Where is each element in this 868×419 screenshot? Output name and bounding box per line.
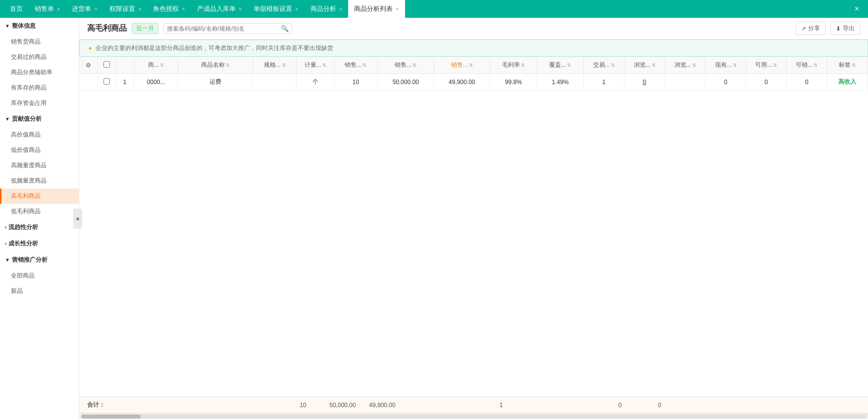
col-spec-label: 规格... bbox=[264, 61, 281, 69]
nav-analysis-list[interactable]: 商品分析列表 × bbox=[348, 0, 405, 18]
nav-template[interactable]: 单据模板设置 × bbox=[248, 0, 304, 18]
nav-home[interactable]: 首页 bbox=[4, 0, 29, 18]
filter-period-button[interactable]: 近一月 bbox=[132, 23, 158, 34]
scroll-thumb[interactable] bbox=[81, 415, 141, 419]
col-current[interactable]: 现有...⇅ bbox=[706, 57, 746, 74]
nav-roles-close[interactable]: × bbox=[182, 6, 185, 12]
nav-products-entry-close[interactable]: × bbox=[239, 6, 242, 12]
export-button[interactable]: ⬇ 导出 bbox=[830, 22, 860, 35]
cell-saleable: 0 bbox=[786, 74, 827, 91]
search-wrap: 🔍 bbox=[163, 23, 292, 34]
sort-icon-browse1: ⇅ bbox=[652, 62, 656, 68]
sidebar-item-high-value[interactable]: 高价值商品 bbox=[0, 127, 79, 142]
sidebar-collapse-button[interactable]: « bbox=[73, 209, 82, 229]
window-close-button[interactable]: × bbox=[850, 4, 864, 13]
nav-template-close[interactable]: × bbox=[295, 6, 298, 12]
sidebar-item-all-goods[interactable]: 全部商品 bbox=[0, 268, 79, 283]
col-code[interactable]: 商...⇅ bbox=[134, 57, 178, 74]
nav-purchase[interactable]: 进货单 × bbox=[66, 0, 103, 18]
select-all-checkbox[interactable] bbox=[103, 61, 110, 68]
col-cover-label: 覆盖... bbox=[549, 61, 566, 69]
nav-analysis-close[interactable]: × bbox=[339, 6, 342, 12]
col-name[interactable]: 商品名称⇅ bbox=[178, 57, 253, 74]
bottom-scrollbar[interactable] bbox=[79, 413, 868, 419]
data-table: ⚙ 商...⇅ 商品名称⇅ 规格...⇅ bbox=[79, 57, 868, 91]
col-saleable[interactable]: 可销...⇅ bbox=[786, 57, 827, 74]
nav-roles[interactable]: 角色授权 × bbox=[147, 0, 191, 18]
sidebar-item-high-freq[interactable]: 高频量度商品 bbox=[0, 158, 79, 173]
sidebar-item-new-goods[interactable]: 新品 bbox=[0, 283, 79, 299]
cell-cover: 1.49% bbox=[537, 74, 584, 91]
cell-sales-amount: 50,000.00 bbox=[378, 74, 434, 91]
nav-permissions-close[interactable]: × bbox=[138, 6, 141, 12]
col-sales-cost-label: 销售... bbox=[451, 61, 468, 69]
nav-analysis-list-close[interactable]: × bbox=[396, 6, 399, 12]
sort-icon-available: ⇅ bbox=[773, 62, 777, 68]
sidebar-item-traded-goods[interactable]: 交易过的商品 bbox=[0, 49, 79, 65]
sidebar-item-sales-goods[interactable]: 销售货商品 bbox=[0, 34, 79, 49]
row-checkbox[interactable] bbox=[103, 78, 110, 85]
col-trade-label: 交易... bbox=[593, 61, 610, 69]
cell-sales-qty: 10 bbox=[334, 74, 377, 91]
col-saleable-label: 可销... bbox=[796, 61, 813, 69]
cell-checkbox[interactable] bbox=[98, 74, 115, 91]
col-trade[interactable]: 交易...⇅ bbox=[584, 57, 624, 74]
sidebar-item-low-freq[interactable]: 低频量度商品 bbox=[0, 173, 79, 188]
sidebar-item-stock-capital[interactable]: 库存资金占用 bbox=[0, 95, 79, 111]
sort-icon-sales-cost: ⇅ bbox=[469, 62, 473, 68]
sort-icon-browse2: ⇅ bbox=[692, 62, 696, 68]
sidebar-item-low-margin[interactable]: 低毛利商品 bbox=[0, 204, 79, 219]
col-tag[interactable]: 标签⇅ bbox=[827, 57, 868, 74]
sidebar-item-analysis-assist[interactable]: 商品分类辅助率 bbox=[0, 65, 79, 80]
arrow-financial: ▼ bbox=[5, 116, 10, 122]
settings-icon[interactable]: ⚙ bbox=[86, 62, 91, 69]
cell-browse1[interactable]: 0 bbox=[624, 74, 665, 91]
col-sales-amount-label: 销售... bbox=[395, 61, 411, 69]
sort-icon-trade: ⇅ bbox=[611, 62, 615, 68]
nav-purchase-close[interactable]: × bbox=[94, 6, 97, 12]
col-cover[interactable]: 覆盖...⇅ bbox=[537, 57, 584, 74]
share-button[interactable]: ↗ 分享 bbox=[796, 22, 825, 35]
cell-trade: 1 bbox=[584, 74, 624, 91]
sidebar-group-growth[interactable]: › 成长性分析 bbox=[0, 235, 79, 252]
sidebar-item-low-value[interactable]: 低价值商品 bbox=[0, 142, 79, 158]
nav-sales[interactable]: 销售单 × bbox=[29, 0, 66, 18]
nav-permissions[interactable]: 权限设置 × bbox=[103, 0, 147, 18]
cell-index: 1 bbox=[115, 74, 134, 91]
sidebar-group-trend[interactable]: › 流趋性分析 bbox=[0, 219, 79, 235]
col-unit-label: 计量... bbox=[305, 61, 321, 69]
cell-available: 0 bbox=[746, 74, 786, 91]
main-layout: ▼ 整体信息 销售货商品 交易过的商品 商品分类辅助率 有库存的商品 库存资金占… bbox=[0, 18, 868, 419]
search-icon[interactable]: 🔍 bbox=[281, 25, 289, 32]
export-icon: ⬇ bbox=[836, 25, 841, 32]
sidebar-group-financial[interactable]: ▼ 贡献值分析 bbox=[0, 111, 79, 127]
browse1-link[interactable]: 0 bbox=[643, 79, 646, 86]
col-checkbox bbox=[98, 57, 115, 74]
sort-icon-saleable: ⇅ bbox=[814, 62, 817, 68]
nav-products-entry[interactable]: 产成品入库单 × bbox=[191, 0, 248, 18]
col-spec[interactable]: 规格...⇅ bbox=[253, 57, 296, 74]
col-unit[interactable]: 计量...⇅ bbox=[297, 57, 334, 74]
footer-current: 0 bbox=[600, 402, 640, 409]
col-sales-qty[interactable]: 销售...⇅ bbox=[334, 57, 377, 74]
table-header-row: ⚙ 商...⇅ 商品名称⇅ 规格...⇅ bbox=[79, 57, 868, 74]
footer-trade: 1 bbox=[481, 402, 521, 409]
sidebar-group-marketing[interactable]: ▼ 营销推广分析 bbox=[0, 252, 79, 268]
content-header: 高毛利商品 近一月 🔍 ↗ 分享 ⬇ 导出 bbox=[79, 18, 868, 40]
col-browse1-label: 浏览... bbox=[634, 61, 651, 69]
col-sales-amount[interactable]: 销售...⇅ bbox=[378, 57, 434, 74]
nav-sales-close[interactable]: × bbox=[57, 6, 60, 12]
col-browse1[interactable]: 浏览...⇅ bbox=[624, 57, 665, 74]
col-gross-rate[interactable]: 毛利率⇅ bbox=[490, 57, 537, 74]
col-browse2[interactable]: 浏览...⇅ bbox=[665, 57, 706, 74]
col-settings[interactable]: ⚙ bbox=[79, 57, 98, 74]
footer-sales-qty: 10 bbox=[283, 402, 323, 409]
sidebar-group-overall[interactable]: ▼ 整体信息 bbox=[0, 18, 79, 34]
info-bar: ✦ 企业的主要的利润都是这部分商品创造的，可考虑加大推广，同时关注库存是不要出现… bbox=[79, 40, 868, 57]
search-input[interactable] bbox=[167, 25, 281, 32]
nav-analysis[interactable]: 商品分析 × bbox=[305, 0, 348, 18]
col-sales-cost[interactable]: 销售...⇅ bbox=[434, 57, 490, 74]
col-available[interactable]: 可用...⇅ bbox=[746, 57, 786, 74]
sidebar-item-stocked-goods[interactable]: 有库存的商品 bbox=[0, 80, 79, 95]
sidebar-item-high-margin[interactable]: 高毛利商品 bbox=[0, 188, 79, 204]
